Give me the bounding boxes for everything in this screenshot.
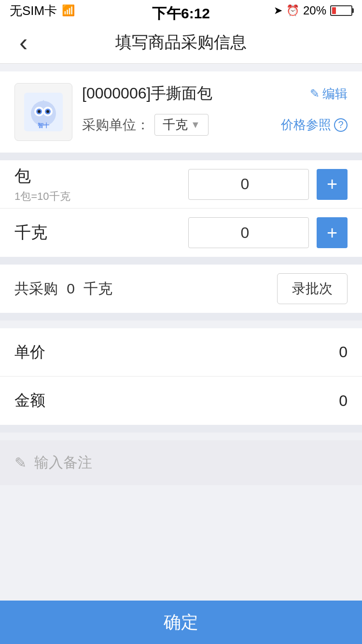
price-ref-button[interactable]: 价格参照 ? xyxy=(281,116,348,133)
amount-value: 0 xyxy=(339,392,348,410)
wifi-icon: 📶 xyxy=(62,4,75,17)
svg-point-6 xyxy=(46,110,49,113)
back-button[interactable]: ‹ xyxy=(14,25,32,60)
divider-1 xyxy=(0,153,362,160)
confirm-button[interactable]: 确定 xyxy=(0,601,362,644)
purchase-unit-row: 采购单位： 千克 ▼ 价格参照 ? xyxy=(82,114,348,136)
pencil-icon: ✎ xyxy=(14,454,27,471)
status-right: ➤ ⏰ 20% xyxy=(274,4,352,17)
purchase-unit-label: 采购单位： xyxy=(82,116,150,134)
pack-sub-label: 1包=10千克 xyxy=(14,189,72,204)
kg-input-row: 千克 + xyxy=(0,209,362,257)
record-batch-button[interactable]: 录批次 xyxy=(277,273,348,304)
nav-title: 填写商品采购信息 xyxy=(115,31,247,54)
battery-icon xyxy=(330,5,352,16)
amount-label: 金额 xyxy=(14,390,45,411)
product-name: [0000006]手撕面包 xyxy=(82,83,212,104)
status-left: 无SIM卡 📶 xyxy=(10,2,75,19)
total-value: 0 xyxy=(67,280,75,296)
total-unit: 千克 xyxy=(84,280,112,296)
unit-price-row: 单价 0 xyxy=(0,328,362,377)
divider-2 xyxy=(0,257,362,265)
alarm-icon: ⏰ xyxy=(286,4,299,17)
pack-input-row: 包 1包=10千克 + xyxy=(0,160,362,209)
amount-row: 金额 0 xyxy=(0,377,362,425)
status-time: 下午6:12 xyxy=(152,4,210,24)
product-image: 智十 xyxy=(14,83,72,141)
info-icon: ? xyxy=(334,118,348,132)
edit-icon: ✎ xyxy=(310,87,320,100)
edit-label: 编辑 xyxy=(322,85,348,102)
svg-text:智十: 智十 xyxy=(37,122,50,129)
price-ref-label: 价格参照 xyxy=(281,116,331,133)
remark-placeholder: 输入备注 xyxy=(34,453,92,473)
unit-price-label: 单价 xyxy=(14,342,45,363)
kg-label-group: 千克 xyxy=(14,222,72,244)
pack-label-group: 包 1包=10千克 xyxy=(14,165,72,204)
kg-label: 千克 xyxy=(14,222,72,244)
unit-selector-group: 采购单位： 千克 ▼ xyxy=(82,114,209,136)
battery-percent: 20% xyxy=(303,4,326,17)
unit-value: 千克 xyxy=(163,116,188,133)
product-info: [0000006]手撕面包 ✎ 编辑 采购单位： 千克 ▼ 价格参照 ? xyxy=(82,83,348,136)
product-name-row: [0000006]手撕面包 ✎ 编辑 xyxy=(82,83,348,104)
edit-button[interactable]: ✎ 编辑 xyxy=(310,85,348,102)
chevron-down-icon: ▼ xyxy=(191,119,200,130)
plus-icon: + xyxy=(327,174,337,195)
battery-fill xyxy=(332,7,336,14)
status-bar: 无SIM卡 📶 下午6:12 ➤ ⏰ 20% xyxy=(0,0,362,21)
total-text: 共采购 0 千克 xyxy=(14,279,112,299)
input-section: 包 1包=10千克 + 千克 + xyxy=(0,160,362,257)
kg-input[interactable] xyxy=(188,217,309,248)
sim-text: 无SIM卡 xyxy=(10,2,57,19)
pack-label: 包 xyxy=(14,165,72,187)
kg-plus-icon: + xyxy=(327,223,337,243)
location-icon: ➤ xyxy=(274,4,282,17)
nav-bar: ‹ 填写商品采购信息 xyxy=(0,21,362,64)
price-section: 单价 0 金额 0 xyxy=(0,328,362,425)
product-logo-svg: 智十 xyxy=(27,95,60,129)
unit-price-value: 0 xyxy=(339,343,348,361)
pack-input[interactable] xyxy=(188,169,309,200)
total-row: 共采购 0 千克 录批次 xyxy=(0,265,362,313)
product-card: 智十 [0000006]手撕面包 ✎ 编辑 采购单位： 千克 ▼ xyxy=(0,71,362,153)
unit-select-dropdown[interactable]: 千克 ▼ xyxy=(154,114,209,136)
kg-input-group: + xyxy=(72,217,348,248)
remark-section[interactable]: ✎ 输入备注 xyxy=(0,440,362,485)
pack-input-group: + xyxy=(72,169,348,200)
divider-4 xyxy=(0,425,362,433)
product-logo: 智十 xyxy=(24,93,63,131)
pack-plus-button[interactable]: + xyxy=(317,169,348,200)
divider-3 xyxy=(0,313,362,321)
kg-plus-button[interactable]: + xyxy=(317,217,348,248)
total-prefix: 共采购 xyxy=(14,280,58,296)
svg-point-5 xyxy=(38,110,41,113)
